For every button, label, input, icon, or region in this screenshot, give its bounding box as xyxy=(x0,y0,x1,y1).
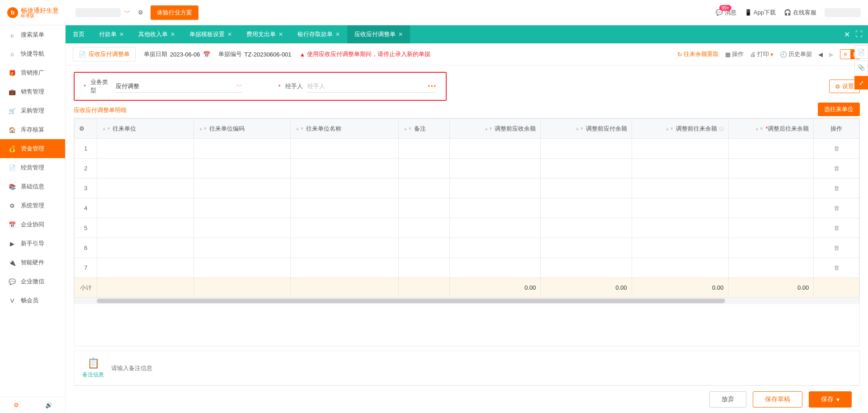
col-unit-name[interactable]: ▲▼往来单位名称 xyxy=(291,119,399,139)
biz-type-label: 业务类型 xyxy=(90,78,111,94)
table-row[interactable]: 2 🗑 xyxy=(75,159,859,178)
sidebar-footer: ⚙ 🔊 xyxy=(0,397,65,413)
col-remark[interactable]: ▲▼备注 xyxy=(399,119,450,139)
sidebar-item[interactable]: 🔌智能硬件 xyxy=(0,253,65,272)
table-row[interactable]: 5 🗑 xyxy=(75,218,859,238)
tab[interactable]: 付款单✕ xyxy=(92,25,131,43)
calendar-icon[interactable]: 📅 xyxy=(203,51,210,58)
tab-label: 付款单 xyxy=(99,30,117,38)
sidebar-item-label: 搜索菜单 xyxy=(21,31,44,39)
delete-row-icon[interactable]: 🗑 xyxy=(834,165,840,172)
tab[interactable]: 银行存取款单✕ xyxy=(290,25,347,43)
rail-expand-icon[interactable]: ⤢ xyxy=(854,76,868,89)
messages-link[interactable]: 99+ 💬 消息 xyxy=(716,9,736,17)
tab[interactable]: 应收应付调整单✕ xyxy=(347,25,410,43)
col-unit[interactable]: ▲▼往来单位 xyxy=(97,119,194,139)
handler-input[interactable]: 经手人 ••• xyxy=(307,80,437,93)
col-pre-ar[interactable]: ▲▼调整前应收余额 xyxy=(450,119,541,139)
col-pre-ap[interactable]: ▲▼调整前应付余额 xyxy=(541,119,632,139)
sidebar-item[interactable]: ⚙系统管理 xyxy=(0,196,65,215)
sidebar-item-icon: ⌂ xyxy=(8,51,16,57)
sidebar-item[interactable]: ⌕搜索菜单 xyxy=(0,25,65,44)
history-button[interactable]: 🕘历史单据 xyxy=(780,50,812,58)
delete-row-icon[interactable]: 🗑 xyxy=(834,205,840,211)
sidebar-item[interactable]: 💼销售管理 xyxy=(0,82,65,101)
delete-row-icon[interactable]: 🗑 xyxy=(834,264,840,271)
tab[interactable]: 首页 xyxy=(66,25,92,43)
header-right: 99+ 💬 消息 📱 App下载 🎧 在线客服 xyxy=(716,8,861,17)
sidebar-item[interactable]: 🛒采购管理 xyxy=(0,101,65,120)
gear-icon[interactable]: ⚙ xyxy=(138,9,143,16)
reget-balance-button[interactable]: ↻往来余额重取 xyxy=(677,50,719,58)
remarks-input[interactable] xyxy=(111,365,851,371)
sidebar-item-label: 系统管理 xyxy=(21,202,44,210)
tab[interactable]: 费用支出单✕ xyxy=(239,25,290,43)
view-list-icon[interactable]: ≡ xyxy=(840,50,850,59)
horizontal-scrollbar[interactable] xyxy=(74,298,859,304)
doc-date-value[interactable]: 2023-06-06 xyxy=(170,51,200,58)
col-post-balance[interactable]: ▲▼*调整后往来余额 xyxy=(728,119,814,139)
phone-icon: 📱 xyxy=(745,9,752,16)
delete-row-icon[interactable]: 🗑 xyxy=(834,145,840,152)
right-rail: 📄 📎 ⤢ xyxy=(854,45,868,89)
sidebar-item[interactable]: 🏠库存核算 xyxy=(0,120,65,139)
next-doc-icon[interactable]: ▶ xyxy=(829,51,834,58)
sidebar-item[interactable]: 📄经营管理 xyxy=(0,158,65,177)
sidebar-item-icon: 💼 xyxy=(8,89,16,95)
tab[interactable]: 其他收入单✕ xyxy=(131,25,182,43)
tab-close-icon[interactable]: ✕ xyxy=(119,31,124,38)
logo[interactable]: b 畅捷通好生意 标准版 xyxy=(7,7,68,18)
delete-row-icon[interactable]: 🗑 xyxy=(834,244,840,251)
rail-doc-icon[interactable]: 📄 xyxy=(854,45,868,59)
sidebar-item[interactable]: V畅会员 xyxy=(0,291,65,310)
print-button[interactable]: 🖨打印▾ xyxy=(750,50,774,58)
tab-close-icon[interactable]: ✕ xyxy=(398,31,403,38)
col-pre-balance[interactable]: ▲▼调整前往来余额 ⓘ xyxy=(632,119,728,139)
sidebar-settings-icon[interactable]: ⚙ xyxy=(0,397,33,413)
sidebar-item[interactable]: 📚基础信息 xyxy=(0,177,65,196)
table-row[interactable]: 6 🗑 xyxy=(75,238,859,258)
row-number: 3 xyxy=(75,178,97,198)
delete-row-icon[interactable]: 🗑 xyxy=(834,185,840,192)
sidebar-item[interactable]: 🎁营销推广 xyxy=(0,63,65,82)
page-title-dropdown[interactable]: 📄 应收应付调整单 xyxy=(73,47,136,61)
tab-close-icon[interactable]: ✕ xyxy=(170,31,175,38)
operate-button[interactable]: ▦操作 xyxy=(725,50,744,58)
table-row[interactable]: 4 🗑 xyxy=(75,198,859,218)
save-draft-button[interactable]: 保存草稿 xyxy=(753,391,802,408)
experience-button[interactable]: 体验行业方案 xyxy=(151,5,198,20)
subtotal-pre-balance: 0.00 xyxy=(632,278,728,298)
tab-close-all-icon[interactable]: ✕ xyxy=(844,30,850,39)
more-icon[interactable]: ••• xyxy=(428,83,437,89)
table-row[interactable]: 3 🗑 xyxy=(75,178,859,198)
sidebar-item[interactable]: ▶新手引导 xyxy=(0,234,65,253)
sidebar-item[interactable]: 💬企业微信 xyxy=(0,272,65,291)
col-unit-code[interactable]: ▲▼往来单位编码 xyxy=(194,119,291,139)
table-row[interactable]: 1 🗑 xyxy=(75,139,859,159)
tab-close-icon[interactable]: ✕ xyxy=(278,31,283,38)
sidebar-item[interactable]: 📅企业协同 xyxy=(0,215,65,234)
select-unit-button[interactable]: 选往来单位 xyxy=(818,103,860,116)
prev-doc-icon[interactable]: ◀ xyxy=(818,51,823,58)
save-button[interactable]: 保存 ▾ xyxy=(809,391,852,408)
sidebar-item[interactable]: ⌂快捷导航 xyxy=(0,44,65,63)
table-row[interactable]: 7 🗑 xyxy=(75,258,859,278)
tabs-controls: ✕ ⛶ xyxy=(844,30,868,39)
info-icon[interactable]: ⓘ xyxy=(719,126,724,131)
tab-label: 银行存取款单 xyxy=(297,30,333,38)
tab-close-icon[interactable]: ✕ xyxy=(227,31,232,38)
sidebar-item[interactable]: 💰资金管理 xyxy=(0,139,65,158)
gear-column-header[interactable]: ⚙ xyxy=(75,119,97,139)
tab-expand-icon[interactable]: ⛶ xyxy=(855,30,863,38)
company-select[interactable]: ﹀ xyxy=(75,8,131,17)
sidebar-sound-icon[interactable]: 🔊 xyxy=(33,397,65,413)
tab-close-icon[interactable]: ✕ xyxy=(335,31,340,38)
user-avatar[interactable] xyxy=(825,8,861,17)
app-download-link[interactable]: 📱 App下载 xyxy=(745,9,776,17)
tab[interactable]: 单据模板设置✕ xyxy=(182,25,239,43)
abandon-button[interactable]: 放弃 xyxy=(709,391,746,408)
delete-row-icon[interactable]: 🗑 xyxy=(834,225,840,231)
rail-attach-icon[interactable]: 📎 xyxy=(854,61,868,74)
biz-type-select[interactable]: 应付调整 ﹀ xyxy=(116,80,242,93)
online-service-link[interactable]: 🎧 在线客服 xyxy=(784,9,816,17)
